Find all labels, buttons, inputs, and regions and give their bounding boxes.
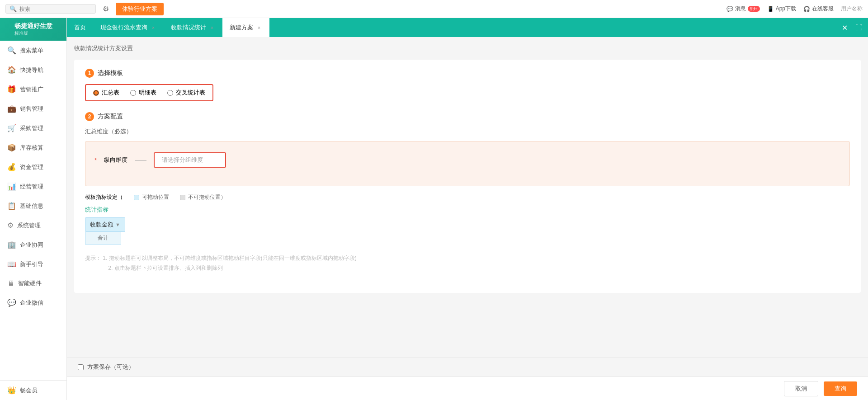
save-label: 方案保存（可选） — [87, 363, 134, 371]
cancel-button[interactable]: 取消 — [784, 381, 818, 396]
section-config: 2 方案配置 汇总维度（必选） * 纵向维度 —— — [85, 112, 850, 273]
industry-btn[interactable]: 体验行业方案 — [116, 3, 164, 15]
sidebar-item-smart-hw[interactable]: 🖥 智能硬件 — [0, 274, 66, 293]
tip-2-text: 2. 点击标题栏下拉可设置排序、插入列和删除列 — [108, 265, 222, 271]
sidebar-logo: 畅捷通好生意 标准版 — [0, 18, 66, 41]
sidebar-item-sales[interactable]: 💼 销售管理 — [0, 99, 66, 118]
maximize-btn[interactable]: ⛶ — [854, 22, 864, 33]
dimension-selector[interactable]: 请选择分组维度 — [154, 152, 226, 168]
sidebar-item-label: 采购管理 — [20, 124, 43, 132]
query-button[interactable]: 查询 — [824, 381, 857, 396]
radio-detail-input[interactable] — [130, 90, 136, 96]
notification-badge: 99+ — [748, 6, 760, 12]
top-bar-right: 💬 消息 99+ 📱 App下载 🎧 在线客服 用户名称 — [726, 5, 863, 13]
sidebar-item-label: 企业微信 — [20, 299, 43, 307]
gear-icon: ⚙ — [103, 5, 109, 13]
service-label: 在线客服 — [812, 5, 834, 13]
close-tab-btn[interactable]: ✕ — [839, 22, 850, 33]
config-card: 1 选择模板 汇总表 明细表 — [74, 60, 861, 293]
system-icon: ⚙ — [7, 221, 14, 230]
dimension-title: 汇总维度（必选） — [85, 127, 850, 136]
tab-cashflow-label: 现金银行流水查询 — [100, 24, 147, 32]
notification-area[interactable]: 💬 消息 99+ — [726, 5, 760, 13]
radio-summary-input[interactable] — [93, 90, 99, 96]
save-checkbox[interactable] — [78, 364, 84, 370]
metrics-header: 模板指标设定（ 可拖动位置 不可拖动位置） — [85, 193, 850, 201]
purchase-icon: 🛒 — [7, 124, 16, 132]
fixed-dot — [180, 195, 185, 200]
sidebar-item-label: 基础信息 — [20, 202, 43, 210]
sidebar-item-label: 经营管理 — [20, 183, 43, 191]
page-title: 收款情况统计方案设置 — [74, 44, 861, 52]
sidebar-item-marketing[interactable]: 🎁 营销推广 — [0, 80, 66, 99]
dimension-placeholder: 请选择分组维度 — [162, 156, 203, 164]
tab-home[interactable]: 首页 — [67, 18, 93, 37]
tab-bar: 首页 现金银行流水查询 × 收款情况统计 × 新建方案 × ✕ ⛶ — [67, 18, 868, 37]
radio-cross-input[interactable] — [167, 90, 173, 96]
sidebar-item-system[interactable]: ⚙ 系统管理 — [0, 216, 66, 235]
legend-draggable: 可拖动位置 — [134, 193, 169, 201]
inventory-icon: 📦 — [7, 143, 16, 152]
notification-label: 消息 — [735, 5, 746, 13]
legend-draggable-label: 可拖动位置 — [142, 193, 169, 201]
tab-cashflow-close[interactable]: × — [150, 24, 156, 31]
sidebar-item-operations[interactable]: 📊 经营管理 — [0, 177, 66, 196]
sidebar-item-label: 搜索菜单 — [20, 47, 43, 55]
sidebar-item-quick-nav[interactable]: 🏠 快捷导航 — [0, 60, 66, 80]
sidebar-item-inventory[interactable]: 📦 库存核算 — [0, 138, 66, 157]
sidebar-item-guide[interactable]: 📖 新手引导 — [0, 254, 66, 274]
tab-new-plan-label: 新建方案 — [230, 24, 253, 32]
finance-icon: 💰 — [7, 163, 16, 171]
metric-tag-receipt[interactable]: 收款金额 ▼ — [85, 217, 125, 232]
tip-spacer — [85, 265, 107, 271]
gear-button[interactable]: ⚙ — [99, 3, 112, 15]
search-menu-icon: 🔍 — [7, 46, 16, 55]
search-box[interactable]: 🔍 — [5, 4, 96, 14]
radio-cross[interactable]: 交叉统计表 — [167, 89, 205, 97]
tab-receipt-stats[interactable]: 收款情况统计 × — [164, 18, 222, 37]
sidebar-item-label: 企业协同 — [20, 241, 43, 249]
tab-home-label: 首页 — [74, 24, 86, 32]
sidebar-item-search-menu[interactable]: 🔍 搜索菜单 — [0, 41, 66, 60]
download-area[interactable]: 📱 App下载 — [767, 5, 796, 13]
logo-badge: 标准版 — [14, 30, 52, 37]
service-area[interactable]: 🎧 在线客服 — [803, 5, 834, 13]
quick-nav-icon: 🏠 — [7, 66, 16, 74]
radio-summary[interactable]: 汇总表 — [93, 89, 119, 97]
sidebar-item-wechat[interactable]: 💬 企业微信 — [0, 293, 66, 312]
section2-num: 2 — [85, 112, 94, 121]
template-selector: 汇总表 明细表 交叉统计表 — [85, 84, 213, 101]
top-bar: 🔍 ⚙ 体验行业方案 💬 消息 99+ 📱 App下载 🎧 在线客服 用户名称 — [0, 0, 868, 18]
tab-new-plan-close[interactable]: × — [256, 24, 262, 31]
save-option-bar: 方案保存（可选） — [67, 357, 868, 376]
tip-prefix: 提示： — [85, 255, 101, 261]
tab-cashflow[interactable]: 现金银行流水查询 × — [93, 18, 164, 37]
sidebar-item-label: 库存核算 — [20, 144, 43, 152]
sales-icon: 💼 — [7, 104, 16, 113]
radio-detail-label: 明细表 — [139, 89, 156, 97]
sidebar-item-label: 营销推广 — [20, 85, 43, 94]
radio-summary-label: 汇总表 — [102, 89, 119, 97]
tab-receipt-stats-close[interactable]: × — [209, 24, 215, 31]
sidebar-item-label: 资金管理 — [20, 163, 43, 171]
metric-cell-total: 合计 — [85, 232, 121, 245]
arrow-icon: —— — [135, 157, 146, 164]
tab-new-plan[interactable]: 新建方案 × — [222, 18, 269, 37]
sidebar-item-purchase[interactable]: 🛒 采购管理 — [0, 118, 66, 138]
sidebar-item-finance[interactable]: 💰 资金管理 — [0, 157, 66, 177]
draggable-dot — [134, 195, 139, 200]
sidebar-item-enterprise[interactable]: 🏢 企业协同 — [0, 235, 66, 254]
sidebar-item-basic-info[interactable]: 📋 基础信息 — [0, 196, 66, 216]
sidebar-item-label: 畅会员 — [20, 386, 38, 395]
guide-icon: 📖 — [7, 260, 16, 268]
download-icon: 📱 — [767, 6, 774, 12]
metrics-title-text: 模板指标设定（ — [85, 193, 123, 201]
sidebar-item-member[interactable]: 👑 畅会员 — [0, 380, 66, 400]
metric-tag-label: 收款金额 — [90, 221, 113, 229]
tips-section: 提示： 1. 拖动标题栏可以调整布局，不可跨维度或指标区域拖动栏目字段(只能在同… — [85, 254, 850, 273]
service-icon: 🎧 — [803, 6, 810, 12]
radio-detail[interactable]: 明细表 — [130, 89, 156, 97]
search-icon: 🔍 — [9, 5, 17, 12]
main-layout: 畅捷通好生意 标准版 🔍 搜索菜单 🏠 快捷导航 🎁 营销推广 💼 销售管理 🛒… — [0, 18, 868, 400]
search-input[interactable] — [19, 6, 87, 12]
